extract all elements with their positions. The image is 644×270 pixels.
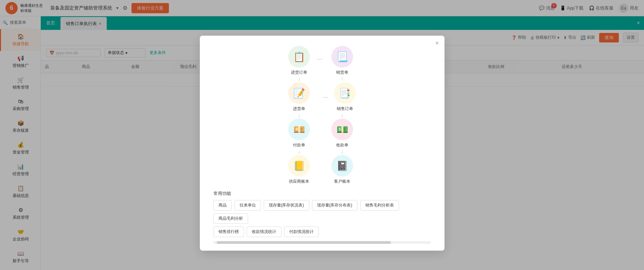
flow-node-sales-order: 📑 销售订单 [327, 82, 363, 112]
modal-scrollbar-thumb [217, 241, 391, 244]
arrow-down-4: ↑ [341, 76, 344, 82]
modal-dialog: × 📋 进货订单 ↓ 📝 进货单 ↓ 💴 付款 [200, 36, 445, 251]
supplier-ledger-circle: 📒 [288, 155, 310, 177]
purchase-bill-circle: 📝 [288, 82, 310, 104]
flow-node-payment-bill: 💴 付款单 [281, 119, 317, 148]
arrow-down-3: ↓ [298, 149, 300, 154]
func-btn-partner[interactable]: 往来单位 [234, 200, 261, 211]
purchase-order-circle: 📋 [288, 46, 310, 68]
flow-node-supplier-ledger: 📒 供应商账本 [281, 155, 317, 184]
flow-node-receipt-bill: 💵 收款单 [325, 119, 360, 148]
func-buttons-row1: 商品 往来单位 现存量(库存状况表) 现存量(库存分布表) 销售毛利分析表 商品… [213, 200, 431, 224]
flow-node-customer-ledger: 📓 客户账本 [325, 155, 360, 184]
flow-arrows-center: - - -→ [317, 46, 322, 147]
func-btn-sales-gross[interactable]: 销售毛利分析表 [360, 200, 399, 211]
sales-order-row: ←- - - 📑 销售订单 [322, 82, 363, 112]
customer-ledger-label: 客户账本 [334, 179, 350, 184]
sales-order-arrow-row: ↑ [341, 75, 344, 82]
payment-bill-label: 付款单 [293, 142, 305, 148]
purchase-order-label: 进货订单 [291, 70, 307, 75]
sales-order-label: 销售订单 [337, 106, 353, 112]
common-functions-title: 常用功能 [213, 191, 431, 197]
common-functions-section: 常用功能 商品 往来单位 现存量(库存状况表) 现存量(库存分布表) 销售毛利分… [213, 191, 431, 237]
func-btn-payment-stats[interactable]: 付款情况统计 [284, 227, 319, 237]
modal-close-button[interactable]: × [435, 40, 439, 47]
func-btn-receipt-stats[interactable]: 收款情况统计 [247, 227, 281, 237]
func-btn-goods[interactable]: 商品 [213, 200, 232, 211]
func-buttons-row2: 销售排行榜 收款情况统计 付款情况统计 [213, 227, 431, 237]
arrow-down-1: ↓ [298, 76, 300, 82]
sales-bill-circle: 📃 [331, 46, 353, 68]
flowchart: 📋 进货订单 ↓ 📝 进货单 ↓ 💴 付款单 ↓ 📒 [213, 46, 431, 184]
flow-right-col: 📃 销货单 ↑ ←- - - 📑 销售订单 ↓ 💵 [322, 46, 363, 184]
payment-bill-circle: 💴 [288, 119, 310, 140]
flow-node-purchase-bill: 📝 进货单 [281, 82, 317, 112]
modal-overlay[interactable]: × 📋 进货订单 ↓ 📝 进货单 ↓ 💴 付款 [0, 0, 644, 270]
purchase-bill-label: 进货单 [293, 106, 305, 112]
arrow-down-5: ↓ [341, 112, 344, 118]
func-btn-sales-rank[interactable]: 销售排行榜 [213, 227, 244, 237]
func-btn-goods-gross[interactable]: 商品毛利分析 [213, 213, 248, 224]
flow-node-purchase-order: 📋 进货订单 [281, 46, 317, 75]
arrow-down-2: ↓ [298, 112, 300, 118]
func-btn-stock-dist[interactable]: 现存量(库存分布表) [312, 200, 358, 211]
customer-ledger-circle: 📓 [331, 155, 353, 177]
flow-node-sales-bill: 📃 销货单 [325, 46, 360, 75]
sales-bill-label: 销货单 [336, 70, 348, 75]
receipt-bill-label: 收款单 [336, 142, 348, 148]
flow-left-col: 📋 进货订单 ↓ 📝 进货单 ↓ 💴 付款单 ↓ 📒 [281, 46, 317, 184]
receipt-bill-circle: 💵 [331, 119, 353, 140]
sales-order-circle: 📑 [334, 82, 356, 104]
modal-scrollbar[interactable] [213, 241, 431, 244]
func-btn-stock-status[interactable]: 现存量(库存状况表) [264, 200, 309, 211]
supplier-ledger-label: 供应商账本 [289, 179, 309, 184]
arrow-down-6: ↓ [341, 149, 344, 154]
